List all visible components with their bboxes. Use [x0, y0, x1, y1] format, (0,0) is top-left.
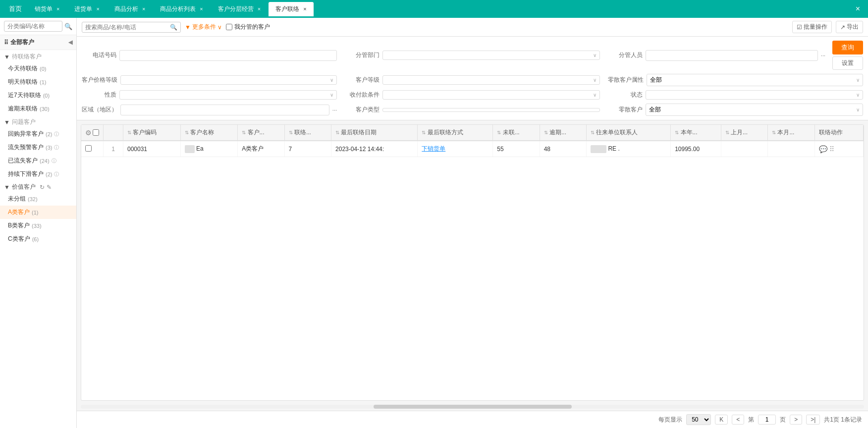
- toolbar-search-icon[interactable]: 🔍: [170, 24, 177, 31]
- sidebar-item-churned[interactable]: 已流失客户 (24) ⓘ: [0, 154, 76, 167]
- dept-select[interactable]: ∨: [382, 51, 600, 60]
- first-page-button[interactable]: K: [715, 415, 728, 425]
- col-this-month[interactable]: ⇅ 本月...: [768, 125, 814, 141]
- pagination-bar: 每页显示 50 100 200 K < 第 页 > >| 共1页 1条记录: [77, 411, 868, 428]
- col-sort-icon4: ⇅: [289, 130, 293, 135]
- chat-icon[interactable]: 💬: [819, 145, 827, 153]
- manager-label: 分管人员: [608, 51, 643, 59]
- refresh-icon[interactable]: ↻: [40, 184, 45, 191]
- table-settings-icon[interactable]: ⚙: [85, 129, 92, 137]
- sidebar-item-overdue-contact[interactable]: 逾期未联络 (30): [0, 102, 76, 115]
- col-name[interactable]: ⇅ 客户名称: [180, 125, 238, 141]
- edit-value-icon[interactable]: ✎: [47, 184, 52, 191]
- col-last-month[interactable]: ⇅ 上月...: [721, 125, 767, 141]
- sidebar-item-b-class[interactable]: B类客户 (33): [0, 219, 76, 232]
- sidebar-search-input[interactable]: [4, 21, 62, 32]
- price-level-select[interactable]: ∨: [120, 75, 337, 85]
- expand-icon3[interactable]: ▼: [4, 184, 10, 191]
- sidebar-item-ungrouped[interactable]: 未分组 (32): [0, 192, 76, 206]
- col-contact-person[interactable]: ⇅ 往来单位联系人: [587, 125, 671, 141]
- qrcode-icon[interactable]: ⠿: [829, 145, 834, 153]
- sidebar-search-icon[interactable]: 🔍: [64, 23, 72, 30]
- region-more-btn[interactable]: ···: [332, 107, 337, 113]
- last-page-button[interactable]: >|: [806, 415, 820, 425]
- home-tab[interactable]: 首页: [4, 1, 27, 16]
- sidebar-item-a-class[interactable]: A类客户 (1): [0, 206, 76, 219]
- col-contact-count[interactable]: ⇅ 联络...: [284, 125, 331, 141]
- close-product-analysis-icon[interactable]: ×: [142, 6, 145, 12]
- tab-sales-order[interactable]: 销货单 ×: [28, 2, 66, 16]
- filter-icon: ▼: [185, 24, 191, 31]
- row-code: 000031: [123, 141, 181, 157]
- batch-operation-button[interactable]: ☑ 批量操作: [792, 21, 832, 33]
- customer-level-select[interactable]: ∨: [382, 75, 600, 85]
- row-name: Ea: [180, 141, 238, 157]
- page-number-input[interactable]: [758, 415, 776, 425]
- tab-purchase-order[interactable]: 进货单 ×: [67, 2, 106, 16]
- col-this-year[interactable]: ⇅ 本年...: [671, 125, 721, 141]
- expand-icon[interactable]: ▼: [4, 54, 10, 60]
- col-actions: 联络动作: [814, 125, 863, 141]
- toolbar-search-input[interactable]: [85, 24, 168, 31]
- per-page-select[interactable]: 50 100 200: [686, 414, 711, 425]
- tab-product-analysis[interactable]: 商品分析 ×: [108, 2, 152, 16]
- sidebar-item-declining[interactable]: 持续下滑客户 (2) ⓘ: [0, 167, 76, 181]
- tab-customer-contact[interactable]: 客户联络 ×: [269, 2, 313, 16]
- sidebar-item-tomorrow-pending[interactable]: 明天待联络 (1): [0, 75, 76, 89]
- status-select[interactable]: ∨: [646, 90, 863, 100]
- export-button[interactable]: ↗ 导出: [836, 21, 863, 33]
- expand-icon2[interactable]: ▼: [4, 119, 10, 126]
- col-overdue[interactable]: ⇅ 逾期...: [540, 125, 586, 141]
- prev-page-button[interactable]: <: [732, 415, 744, 425]
- nature-select[interactable]: ∨: [119, 90, 337, 100]
- all-customers-header[interactable]: ⠿ 全部客户 ◀: [0, 35, 76, 50]
- close-all-tabs-icon[interactable]: ×: [852, 2, 864, 15]
- horizontal-scrollbar-thumb[interactable]: [374, 405, 572, 409]
- col-last-contact-date[interactable]: ⇅ 最后联络日期: [331, 125, 418, 141]
- tab-customer-segment[interactable]: 客户分层经营 ×: [211, 2, 268, 16]
- close-purchase-order-icon[interactable]: ×: [96, 6, 99, 12]
- customer-type-select[interactable]: [382, 108, 600, 112]
- close-sales-order-icon[interactable]: ×: [56, 6, 59, 12]
- settings-button[interactable]: 设置: [832, 56, 863, 70]
- col-not-contacted[interactable]: ⇅ 未联...: [493, 125, 540, 141]
- sidebar-item-today-pending[interactable]: 今天待联络 (0): [0, 62, 76, 75]
- my-customer-checkbox[interactable]: 我分管的客户: [226, 23, 270, 31]
- retail-customer-select[interactable]: 全部 ∨: [646, 104, 863, 116]
- more-filter-button[interactable]: ▼ 更多条件 ∨: [185, 23, 222, 31]
- sidebar-item-c-class[interactable]: C类客户 (6): [0, 232, 76, 246]
- phone-input[interactable]: [119, 50, 337, 61]
- tab-product-analysis-list[interactable]: 商品分析列表 ×: [153, 2, 210, 16]
- next-page-button[interactable]: >: [790, 415, 802, 425]
- region-label: 区域（地区）: [82, 106, 117, 114]
- col-last-contact-method[interactable]: ⇅ 最后联络方式: [418, 125, 493, 141]
- info-icon-3: ⓘ: [52, 158, 56, 164]
- row-checkbox[interactable]: [85, 145, 92, 152]
- all-customers-label: 全部客户: [10, 38, 34, 47]
- close-product-analysis-list-icon[interactable]: ×: [200, 6, 203, 12]
- payment-select[interactable]: ∨: [382, 90, 600, 100]
- col-settings[interactable]: ⚙: [81, 125, 104, 141]
- chevron-down-icon: ∨: [217, 24, 222, 31]
- my-customer-check[interactable]: [226, 24, 232, 30]
- status-chevron-icon: ∨: [856, 92, 860, 98]
- sidebar-item-7day-pending[interactable]: 近7天待联络 (0): [0, 89, 76, 102]
- col-customer-type[interactable]: ⇅ 客户...: [238, 125, 284, 141]
- col-sort-icon8: ⇅: [544, 130, 548, 135]
- last-contact-method-link[interactable]: 下销货单: [422, 145, 445, 152]
- close-customer-contact-icon[interactable]: ×: [303, 6, 306, 12]
- manager-input[interactable]: [646, 50, 818, 61]
- select-all-checkbox[interactable]: [93, 129, 99, 136]
- sidebar-item-abnormal-repurchase[interactable]: 回购异常客户 (2) ⓘ: [0, 127, 76, 141]
- col-code[interactable]: ⇅ 客户编码: [123, 125, 181, 141]
- row-customer-type: A类客户: [238, 141, 284, 157]
- search-button[interactable]: 查询: [832, 41, 863, 54]
- col-sort-icon7: ⇅: [497, 130, 501, 135]
- per-page-label: 每页显示: [658, 416, 682, 424]
- collapse-icon[interactable]: ◀: [68, 39, 72, 46]
- sidebar-item-churn-risk[interactable]: 流失预警客户 (3) ⓘ: [0, 141, 76, 154]
- retail-attr-select[interactable]: 全部 ∨: [647, 74, 863, 86]
- manager-more-btn[interactable]: ···: [821, 53, 825, 58]
- region-input[interactable]: [120, 105, 329, 115]
- close-customer-segment-icon[interactable]: ×: [258, 6, 261, 12]
